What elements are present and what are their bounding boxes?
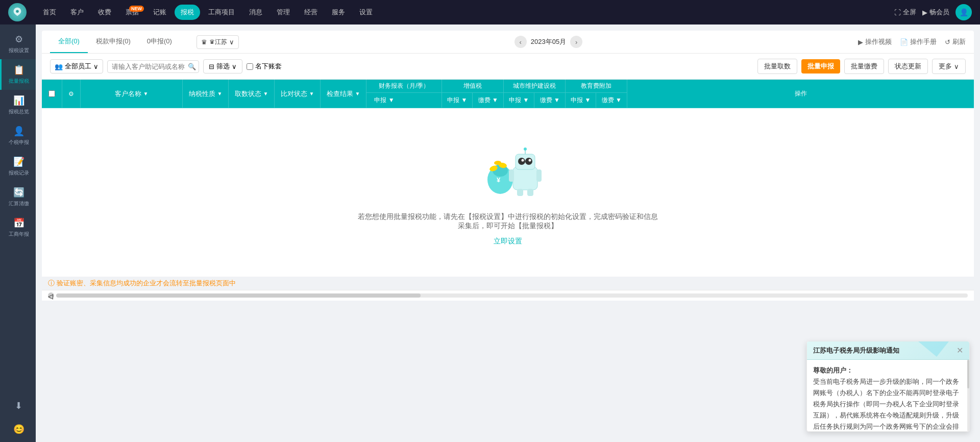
svg-point-14	[524, 148, 527, 151]
horizontal-scrollbar[interactable]	[56, 293, 968, 298]
tip-icon: ⓘ	[48, 279, 55, 288]
filter-bar: 👥 全部员工 ∨ 🔍 ⊟ 筛选 ∨ 名下账套 批量取数 批量申报 批量缴费 状态…	[42, 54, 974, 80]
user-icon: 😊	[13, 424, 24, 435]
notification-content: 受当前电子税务局进一步升级的影响，同一个政务网账号（办税人）名下的企业不能再同时…	[813, 376, 963, 431]
nav-item-business[interactable]: 工商项目	[202, 5, 241, 20]
th-compare-status-filter-icon[interactable]: ▼	[309, 91, 314, 96]
th-education-pay: 缴费 ▼	[596, 93, 627, 108]
period-region-area: ♛ ♛江苏 ∨	[188, 35, 247, 49]
period-next-button[interactable]: ›	[570, 36, 582, 48]
sidebar-item-user[interactable]: 😊	[0, 419, 36, 442]
account-checkbox-label: 名下账套	[255, 62, 282, 71]
nav-item-message[interactable]: 消息	[243, 5, 268, 20]
nav-item-home[interactable]: 首页	[37, 5, 62, 20]
nav-item-invoice[interactable]: 票据NEW	[119, 5, 145, 20]
th-operation: 操作	[627, 80, 974, 108]
tax-records-label: 报税记录	[9, 169, 29, 177]
employee-label: 全部员工	[65, 62, 91, 71]
manual-link[interactable]: 📄 操作手册	[900, 37, 937, 46]
notification-scrollbar[interactable]	[967, 360, 969, 431]
user-avatar[interactable]: 👤	[955, 4, 972, 20]
th-fetch-status-label: 取数状态	[235, 89, 261, 99]
th-check-result-filter-icon[interactable]: ▼	[355, 91, 360, 96]
region-select[interactable]: ♛ ♛江苏 ∨	[197, 35, 239, 49]
svg-point-10	[525, 158, 532, 165]
nav-item-settings[interactable]: 设置	[353, 5, 379, 20]
nav-item-billing[interactable]: 收费	[92, 5, 117, 20]
tab-zero-report[interactable]: 0申报(0)	[139, 31, 180, 53]
sidebar-item-annual-report[interactable]: 📅工商年报	[0, 212, 36, 243]
th-group-urban: 城市维护建设税 申报 ▼ 缴费 ▼	[504, 80, 566, 108]
th-name-filter-icon[interactable]: ▼	[143, 91, 149, 96]
sidebar-item-reconcile[interactable]: 🔄汇算清缴	[0, 182, 36, 212]
th-tax-nature-filter-icon[interactable]: ▼	[217, 91, 223, 96]
search-input[interactable]	[107, 60, 199, 73]
sidebar-item-tax-records[interactable]: 📝报税记录	[0, 151, 36, 182]
scroll-left-btn[interactable]: ◁	[48, 292, 54, 299]
batch-report-button[interactable]: 批量申报	[801, 59, 840, 73]
th-urban-pay: 缴费 ▼	[534, 93, 565, 108]
video-icon: ▶	[858, 38, 863, 46]
th-vat-title: 增值税	[442, 80, 503, 93]
th-name-label: 客户名称	[115, 89, 141, 99]
video-link[interactable]: ▶ 操作视频	[858, 37, 892, 46]
setup-link[interactable]: 立即设置	[494, 237, 522, 246]
member-button[interactable]: ▶ 畅会员	[922, 8, 949, 17]
tab-tax-report[interactable]: 税款申报(0)	[88, 31, 139, 53]
account-checkbox[interactable]	[247, 63, 253, 70]
employee-icon: 👥	[55, 63, 63, 70]
th-fetch-status-filter-icon[interactable]: ▼	[263, 91, 268, 96]
personal-tax-label: 个税申报	[9, 139, 29, 146]
nav-item-tax[interactable]: 报税	[175, 5, 200, 20]
reconcile-icon: 🔄	[13, 187, 24, 198]
svg-text:¥: ¥	[497, 176, 501, 184]
filter-icon: ⊟	[209, 63, 214, 70]
nav-badge-invoice: NEW	[129, 6, 144, 12]
th-checkbox	[42, 80, 62, 108]
fullscreen-button[interactable]: ⛶ 全屏	[894, 8, 916, 17]
notification-body: 尊敬的用户： 受当前电子税务局进一步升级的影响，同一个政务网账号（办税人）名下的…	[807, 360, 969, 431]
nav-item-customer[interactable]: 客户	[64, 5, 90, 20]
status-update-button[interactable]: 状态更新	[888, 59, 928, 74]
search-button[interactable]: 🔍	[188, 63, 196, 70]
sidebar-item-tax-settings[interactable]: ⚙报税设置	[0, 29, 36, 59]
filter-dropdown-icon: ∨	[232, 63, 237, 70]
employee-select[interactable]: 👥 全部员工 ∨	[50, 59, 103, 73]
action-buttons: 批量取数 批量申报 批量缴费 状态更新 更多 ∨	[757, 59, 966, 74]
nav-item-accounting[interactable]: 记账	[147, 5, 173, 20]
filter-button[interactable]: ⊟ 筛选 ∨	[203, 59, 242, 73]
tab-all[interactable]: 全部(0)	[50, 31, 88, 53]
more-button[interactable]: 更多 ∨	[932, 59, 966, 74]
th-vat-report: 申报 ▼	[442, 93, 473, 108]
th-group-vat: 增值税 申报 ▼ 缴费 ▼	[442, 80, 504, 108]
period-prev-button[interactable]: ‹	[514, 36, 527, 48]
select-all-checkbox[interactable]	[48, 90, 55, 97]
notification-close-button[interactable]: ✕	[957, 346, 963, 355]
nav-item-service[interactable]: 服务	[326, 5, 351, 20]
employee-dropdown-icon: ∨	[93, 63, 99, 70]
top-navigation: 首页客户收费票据NEW记账报税工商项目消息管理经营服务设置 ⛶ 全屏 ▶ 畅会员…	[0, 0, 980, 24]
account-checkbox-wrap[interactable]: 名下账套	[247, 62, 282, 71]
nav-item-management[interactable]: 管理	[271, 5, 296, 20]
th-financial-sub: 申报 ▼	[366, 93, 442, 108]
sidebar-item-batch-tax[interactable]: 📋批量报税	[0, 59, 36, 90]
nav-item-operation[interactable]: 经营	[298, 5, 324, 20]
nav-menu: 首页客户收费票据NEW记账报税工商项目消息管理经营服务设置	[37, 5, 894, 20]
sidebar-item-tax-summary[interactable]: 📊报税总览	[0, 90, 36, 120]
period-navigation: ‹ 2023年05月 ›	[514, 36, 582, 48]
sidebar-item-download[interactable]: ⬇	[0, 395, 36, 419]
th-vat-pay: 缴费 ▼	[473, 93, 503, 108]
th-gear[interactable]: ⚙	[62, 80, 81, 108]
filter-label: 筛选	[216, 62, 230, 71]
svg-point-9	[518, 158, 525, 165]
batch-fetch-button[interactable]: 批量取数	[757, 59, 797, 74]
batch-pay-button[interactable]: 批量缴费	[844, 59, 884, 74]
svg-rect-18	[527, 189, 533, 196]
sidebar-item-personal-tax[interactable]: 👤个税申报	[0, 120, 36, 151]
th-check-result-label: 检查结果	[327, 89, 353, 99]
refresh-link[interactable]: ↺ 刷新	[945, 37, 966, 46]
notification-panel: 江苏电子税务局升级影响通知 ✕ 尊敬的用户： 受当前电子税务局进一步升级的影响，…	[806, 341, 970, 432]
table-header-top-row: ⚙ 客户名称 ▼ 纳税性质 ▼ 取数状态 ▼ 比对状态 ▼ 检查结果 ▼	[42, 80, 974, 108]
app-logo[interactable]	[8, 3, 27, 21]
svg-rect-7	[513, 167, 537, 190]
